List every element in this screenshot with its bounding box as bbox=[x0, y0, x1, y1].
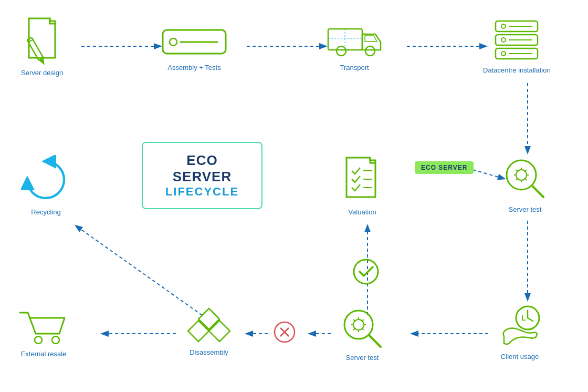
server-design-label: Server design bbox=[21, 69, 63, 77]
svg-line-57 bbox=[370, 336, 381, 347]
server-test-bottom-label: Server test bbox=[346, 354, 379, 362]
node-recycling: Recycling bbox=[21, 155, 71, 216]
svg-point-47 bbox=[354, 260, 378, 284]
server-test-right-icon bbox=[501, 155, 549, 202]
svg-line-12 bbox=[76, 226, 202, 315]
node-client-usage: L Client usage bbox=[494, 302, 546, 360]
svg-point-20 bbox=[337, 46, 346, 56]
diagram: Server design Assembly + Tests bbox=[0, 0, 588, 392]
svg-line-63 bbox=[353, 319, 355, 322]
svg-line-64 bbox=[362, 328, 364, 330]
svg-line-40 bbox=[516, 170, 518, 172]
disassembly-icon bbox=[185, 306, 233, 345]
svg-point-21 bbox=[365, 46, 375, 56]
transport-icon bbox=[326, 18, 383, 60]
svg-line-69 bbox=[528, 318, 533, 321]
datacentre-label: Datacentre installation bbox=[483, 66, 551, 74]
server-test-bottom-icon bbox=[339, 306, 386, 350]
node-disassembly: Disassembly bbox=[185, 306, 233, 356]
svg-line-34 bbox=[533, 187, 543, 197]
server-design-icon bbox=[21, 16, 63, 66]
node-checkmark bbox=[352, 257, 381, 286]
svg-point-49 bbox=[52, 336, 59, 344]
client-usage-icon: L bbox=[494, 302, 546, 349]
node-datacentre: Datacentre installation bbox=[483, 16, 551, 74]
assembly-tests-icon bbox=[160, 24, 228, 60]
svg-text:L: L bbox=[521, 314, 526, 322]
valuation-label: Valuation bbox=[348, 208, 376, 216]
client-usage-label: Client usage bbox=[501, 353, 539, 360]
node-external-resale: External resale bbox=[15, 305, 72, 358]
svg-point-33 bbox=[507, 160, 536, 190]
node-server-test-right: Server test bbox=[501, 155, 549, 213]
transport-label: Transport bbox=[340, 64, 369, 71]
valuation-icon bbox=[341, 155, 383, 205]
checkmark-icon bbox=[352, 257, 381, 286]
eco-title: ECO SERVER bbox=[158, 152, 247, 185]
svg-line-65 bbox=[362, 319, 364, 322]
node-server-design: Server design bbox=[21, 16, 63, 77]
node-x-circle bbox=[273, 321, 297, 344]
svg-point-31 bbox=[501, 51, 506, 56]
node-transport: Transport bbox=[326, 18, 383, 71]
svg-line-41 bbox=[524, 178, 527, 180]
svg-marker-51 bbox=[188, 321, 209, 342]
title-box: ECO SERVER LIFECYCLE bbox=[142, 142, 262, 209]
external-resale-icon bbox=[15, 305, 72, 347]
svg-marker-52 bbox=[209, 321, 230, 342]
server-test-right-label: Server test bbox=[509, 205, 542, 213]
svg-point-28 bbox=[501, 38, 506, 42]
disassembly-label: Disassembly bbox=[190, 348, 228, 356]
svg-point-56 bbox=[344, 311, 373, 339]
node-assembly-tests: Assembly + Tests bbox=[160, 24, 228, 71]
svg-point-25 bbox=[501, 24, 506, 28]
svg-line-42 bbox=[524, 170, 527, 172]
svg-point-17 bbox=[170, 38, 177, 46]
node-valuation: Valuation bbox=[341, 155, 383, 216]
svg-point-48 bbox=[35, 336, 42, 344]
x-circle-icon bbox=[273, 321, 297, 344]
recycling-icon bbox=[21, 155, 71, 205]
lifecycle-title: LIFECYCLE bbox=[158, 185, 247, 199]
datacentre-icon bbox=[490, 16, 543, 63]
svg-marker-50 bbox=[198, 308, 219, 329]
eco-server-badge: ECO SERVER bbox=[415, 161, 474, 174]
recycling-label: Recycling bbox=[31, 208, 60, 216]
assembly-tests-label: Assembly + Tests bbox=[167, 64, 220, 71]
external-resale-label: External resale bbox=[21, 350, 67, 358]
node-server-test-bottom: Server test bbox=[339, 306, 386, 362]
svg-line-43 bbox=[516, 178, 518, 180]
svg-line-66 bbox=[353, 328, 355, 330]
